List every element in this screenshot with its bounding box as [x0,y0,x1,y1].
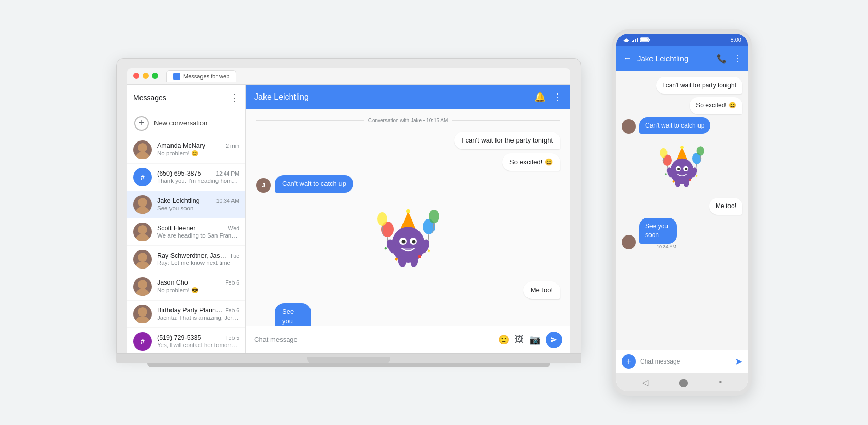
message-bubble: Me too! [523,281,560,299]
contact-time: 10:34 AM [216,198,239,204]
phone-message-bubble: I can't wait for party tonight [656,77,742,94]
svg-point-0 [138,143,147,152]
contact-info: Jason ChoFeb 6No problem! 😎 [157,279,239,294]
svg-point-1 [135,152,150,159]
chat-messages: Conversation with Jake • 10:15 AM I can'… [246,109,570,326]
sidebar-header: Messages ⋮ [127,85,245,111]
laptop-body: Messages for web Messages ⋮ + New conver… [116,58,581,354]
contact-item[interactable]: Jake Leichtling10:34 AMSee you soon [127,191,245,218]
contact-info: (650) 695-387512:44 PMThank you. I'm hea… [157,170,239,184]
message-bubble: See you soon [275,303,311,325]
laptop-base [116,354,581,363]
phone-message-bubble: See you soon [639,218,677,244]
contact-preview: Thank you. I'm heading home now. [157,178,239,184]
emoji-icon[interactable]: 🙂 [498,334,509,345]
contact-name: Jason Cho [157,279,188,286]
phone-call-icon[interactable]: 📞 [717,54,727,64]
titlebar-dots [133,73,158,79]
more-options-icon[interactable]: ⋮ [553,91,562,103]
phone-nav-bar: ◁ ⬤ ▪ [616,373,748,391]
svg-point-4 [138,225,147,234]
notification-icon[interactable]: 🔔 [534,91,546,103]
new-conversation-button[interactable]: + New conversation [127,111,245,136]
new-conv-plus-icon: + [134,116,149,131]
avatar [133,195,152,214]
message-row: J Can't wait to catch up [256,175,560,193]
svg-point-60 [685,168,687,170]
message-bubble: Can't wait to catch up [275,175,353,193]
svg-rect-42 [637,38,638,42]
contact-name: Ray Schwerdtner, Jason Tzou [157,252,228,259]
minimize-dot[interactable] [143,73,149,79]
contact-item[interactable]: #(519) 729-5335Feb 5Yes, I will contact … [127,328,245,353]
phone-more-icon[interactable]: ⋮ [733,54,741,64]
phone-back-nav-icon[interactable]: ◁ [642,377,648,387]
svg-rect-36 [427,249,430,252]
message-row: I can't wait for the party tonight [256,132,560,149]
phone-avatar [622,119,636,134]
contact-preview: No problem! 😊 [157,150,239,157]
contact-item[interactable]: Jason ChoFeb 6No problem! 😎 [127,273,245,301]
svg-point-9 [135,289,150,296]
svg-rect-68 [696,175,698,177]
chat-message-input[interactable] [254,336,493,343]
contact-preview: Ray: Let me know next time [157,260,239,266]
titlebar-tab[interactable]: Messages for web [166,70,236,82]
svg-point-2 [138,198,147,207]
contact-item[interactable]: Ray Schwerdtner, Jason TzouTueRay: Let m… [127,246,245,273]
contact-info: (519) 729-5335Feb 5Yes, I will contact h… [157,334,239,348]
svg-rect-39 [632,41,633,42]
phone-send-icon[interactable]: ➤ [735,356,742,367]
phone-message-bubble: Me too! [709,198,742,215]
svg-point-28 [412,240,416,244]
sticker-icon[interactable]: 🖼 [515,334,524,345]
laptop-notch [307,357,390,363]
contact-time: 2 min [226,143,239,149]
chat-area: Jake Leichtling 🔔 ⋮ Conversation with Ja… [246,85,570,353]
contact-time: Wed [228,225,239,231]
sidebar-more-icon[interactable]: ⋮ [230,92,239,103]
svg-point-8 [138,280,147,289]
message-row: Me too! [256,281,560,299]
phone-message-row: So excited! 😄 [622,97,742,114]
phone-message-row: Me too! [622,198,742,215]
image-icon[interactable]: 📷 [529,334,540,345]
message-row: J See you soon 10:34 AM [256,303,560,325]
sidebar: Messages ⋮ + New conversation Amanda McN… [127,85,246,353]
titlebar-tab-label: Messages for web [183,73,229,80]
phone-avatar [622,235,636,249]
phone-status-bar: 8:00 [616,34,748,46]
contact-info: Scott FleenerWedWe are heading to San Fr… [157,225,239,239]
send-button[interactable] [546,332,562,348]
contact-preview: No problem! 😎 [157,287,239,294]
phone-back-icon[interactable]: ← [623,53,632,64]
svg-point-10 [138,307,147,317]
chat-header: Jake Leichtling 🔔 ⋮ [246,85,570,109]
avatar: # [133,332,152,351]
phone-add-button[interactable]: + [622,354,636,369]
svg-point-59 [677,168,680,170]
sidebar-title: Messages [133,93,166,102]
avatar: J [256,178,271,193]
phone-chat-input[interactable]: Chat message [640,358,731,365]
contact-item[interactable]: Birthday Party PlanningFeb 6Jacinta: Tha… [127,301,245,328]
chat-input-bar: 🙂 🖼 📷 [246,326,570,353]
phone-message-time: 10:34 AM [639,244,689,249]
contact-item[interactable]: #(650) 695-387512:44 PMThank you. I'm he… [127,164,245,191]
contact-preview: Yes, I will contact her tomorrow :) [157,342,239,348]
maximize-dot[interactable] [152,73,158,79]
phone-recents-nav-icon[interactable]: ▪ [719,377,722,387]
close-dot[interactable] [133,73,140,79]
phone-home-nav-icon[interactable]: ⬤ [679,377,688,387]
wifi-icon [623,37,630,42]
svg-rect-40 [633,40,634,42]
contact-item[interactable]: Amanda McNary2 minNo problem! 😊 [127,136,245,164]
contact-info: Ray Schwerdtner, Jason TzouTueRay: Let m… [157,252,239,266]
signal-icon [632,37,638,42]
svg-point-20 [429,210,439,223]
sticker-area [256,201,560,273]
avatar [133,140,152,159]
avatar: # [133,168,152,186]
avatar [133,223,152,241]
contact-item[interactable]: Scott FleenerWedWe are heading to San Fr… [127,218,245,246]
